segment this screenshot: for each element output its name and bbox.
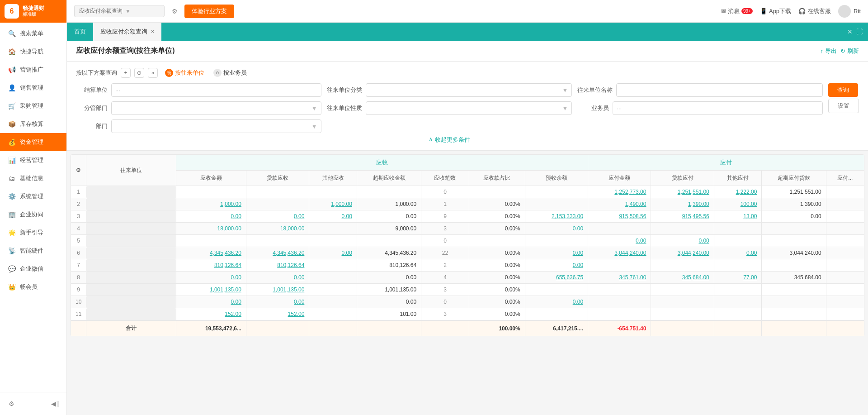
sidebar-item-quick-nav[interactable]: 🏠 快捷导航 bbox=[0, 43, 66, 61]
filter-action-buttons: 查询 设置 bbox=[828, 83, 859, 113]
partner-nature-input[interactable]: ▼ bbox=[366, 101, 572, 115]
department-input[interactable]: ▼ bbox=[111, 119, 321, 133]
scheme-by-salesman[interactable]: ⊙ 按业务员 bbox=[210, 67, 250, 79]
table-cell[interactable]: 810,126.64 bbox=[246, 259, 309, 272]
online-service-button[interactable]: 🎧 在线客服 bbox=[798, 7, 831, 15]
sidebar-item-hardware[interactable]: 📡 智能硬件 bbox=[0, 242, 66, 260]
filter-partner-name: 往来单位名称 bbox=[577, 83, 823, 97]
filter-add-button[interactable]: + bbox=[121, 68, 131, 78]
table-cell[interactable]: 915,495.56 bbox=[651, 210, 714, 223]
table-cell[interactable]: 915,508.56 bbox=[588, 210, 651, 223]
topbar-settings-button[interactable]: ⚙ bbox=[168, 5, 181, 18]
table-cell[interactable]: 3,044,240.00 bbox=[651, 247, 714, 259]
collapse-button[interactable]: ∧ 收起更多条件 bbox=[76, 133, 823, 147]
gear-icon: ⚙️ bbox=[7, 192, 16, 201]
table-settings-icon: ⚙ bbox=[76, 167, 81, 173]
table-cell[interactable]: 4,345,436.20 bbox=[246, 247, 309, 259]
table-cell[interactable]: 0.00 bbox=[525, 296, 588, 308]
table-cell[interactable]: 2,153,333.00 bbox=[525, 210, 588, 223]
table-cell[interactable]: 0.00 bbox=[651, 235, 714, 247]
table-cell[interactable]: 810,126.64 bbox=[176, 259, 246, 272]
table-cell[interactable]: 1,000.00 bbox=[309, 198, 357, 210]
query-button[interactable]: 查询 bbox=[828, 83, 858, 97]
sidebar-item-member[interactable]: 👑 畅会员 bbox=[0, 278, 66, 296]
table-settings-header[interactable]: ⚙ bbox=[71, 155, 86, 186]
sidebar-settings-button[interactable]: ⚙ bbox=[5, 397, 18, 410]
table-cell[interactable]: 0.00 bbox=[588, 235, 651, 247]
table-cell[interactable]: 0.00 bbox=[525, 259, 588, 272]
table-cell[interactable]: 0.00 bbox=[309, 210, 357, 223]
table-cell[interactable]: 345,684.00 bbox=[651, 272, 714, 284]
division-input[interactable]: ▼ bbox=[111, 101, 321, 115]
footer-ar-prepay[interactable]: 6,417,215.... bbox=[525, 320, 588, 336]
sidebar-item-guide[interactable]: 🌟 新手引导 bbox=[0, 224, 66, 242]
table-cell[interactable]: 152.00 bbox=[246, 308, 309, 321]
table-cell[interactable]: 0.00 bbox=[309, 247, 357, 259]
table-cell[interactable]: 0.00 bbox=[176, 210, 246, 223]
table-cell[interactable]: 13.00 bbox=[714, 210, 762, 223]
user-area[interactable]: Rit bbox=[838, 5, 861, 18]
refresh-button[interactable]: ↻ 刷新 bbox=[840, 47, 859, 55]
table-cell[interactable]: 1,390.00 bbox=[651, 198, 714, 210]
scheme-by-partner[interactable]: 畅 按往来单位 bbox=[161, 67, 208, 79]
sidebar-item-enterprise[interactable]: 🏢 企业协同 bbox=[0, 205, 66, 224]
table-cell[interactable]: 0.00 bbox=[714, 247, 762, 259]
tab-home[interactable]: 首页 bbox=[67, 23, 93, 41]
setting-button[interactable]: 设置 bbox=[828, 99, 859, 113]
filter-collapse-scheme-button[interactable]: « bbox=[148, 68, 158, 78]
sidebar-item-sales[interactable]: 👤 销售管理 bbox=[0, 79, 66, 97]
sidebar-item-wechat[interactable]: 💬 企业微信 bbox=[0, 260, 66, 278]
table-cell[interactable]: 1,251,551.00 bbox=[651, 186, 714, 198]
tab-ar-ap[interactable]: 应收应付余额查询 × bbox=[93, 23, 161, 41]
app-download-button[interactable]: 📱 App下载 bbox=[760, 7, 791, 15]
sidebar-item-marketing[interactable]: 📢 营销推广 bbox=[0, 61, 66, 79]
table-cell[interactable]: 77.00 bbox=[714, 272, 762, 284]
table-cell[interactable]: 1,001,135.00 bbox=[176, 284, 246, 296]
table-wrapper[interactable]: ⚙ 往来单位 应收 应付 应收金额 贷款应收 其他应收 超期应收金额 bbox=[71, 154, 864, 336]
table-cell[interactable]: 100.00 bbox=[714, 198, 762, 210]
export-button[interactable]: ↑ 导出 bbox=[821, 47, 837, 55]
table-cell[interactable]: 0.00 bbox=[525, 247, 588, 259]
sidebar-item-base-info[interactable]: 🗂 基础信息 bbox=[0, 169, 66, 187]
sidebar-item-operations[interactable]: 📊 经营管理 bbox=[0, 151, 66, 169]
partner-category-input[interactable]: ▼ bbox=[366, 83, 572, 97]
salesman-input[interactable]: ··· bbox=[613, 101, 823, 115]
table-cell[interactable]: 655,636.75 bbox=[525, 272, 588, 284]
sidebar-item-search[interactable]: 🔍 搜索菜单 bbox=[0, 24, 66, 43]
footer-ar-amount[interactable]: 19,553,472,6... bbox=[176, 320, 246, 336]
maximize-window-button[interactable]: ⛶ bbox=[856, 28, 863, 35]
table-cell[interactable]: 1,490.00 bbox=[588, 198, 651, 210]
table-cell[interactable]: 345,761.00 bbox=[588, 272, 651, 284]
ar-overdue-header: 超期应收金额 bbox=[357, 171, 421, 186]
table-cell[interactable]: 3,044,240.00 bbox=[588, 247, 651, 259]
table-cell[interactable]: 4,345,436.20 bbox=[176, 247, 246, 259]
table-cell bbox=[826, 259, 864, 272]
message-button[interactable]: ✉ 消息 99+ bbox=[721, 7, 753, 15]
table-cell bbox=[86, 186, 176, 198]
table-cell[interactable]: 0.00 bbox=[246, 272, 309, 284]
sidebar-item-system[interactable]: ⚙️ 系统管理 bbox=[0, 187, 66, 205]
table-cell[interactable]: 1,222.00 bbox=[714, 186, 762, 198]
table-cell[interactable]: 0.00 bbox=[176, 272, 246, 284]
close-window-button[interactable]: ✕ bbox=[847, 28, 853, 35]
partner-name-input[interactable] bbox=[616, 83, 823, 97]
table-cell[interactable]: 0.00 bbox=[176, 296, 246, 308]
settlement-unit-input[interactable]: ··· bbox=[111, 83, 321, 97]
sidebar-collapse-button[interactable]: ◀‖ bbox=[48, 397, 62, 410]
filter-settings-button[interactable]: ⊙ bbox=[134, 68, 144, 78]
table-cell[interactable]: 0.00 bbox=[246, 296, 309, 308]
table-cell[interactable]: 152.00 bbox=[176, 308, 246, 321]
table-cell[interactable]: 1,000.00 bbox=[176, 198, 246, 210]
table-cell[interactable]: 1,252,773.00 bbox=[588, 186, 651, 198]
sidebar-item-purchase[interactable]: 🛒 采购管理 bbox=[0, 97, 66, 115]
table-cell[interactable]: 18,000.00 bbox=[246, 223, 309, 235]
table-cell: 0.00 bbox=[357, 210, 421, 223]
table-cell[interactable]: 1,001,135.00 bbox=[246, 284, 309, 296]
table-cell[interactable]: 18,000.00 bbox=[176, 223, 246, 235]
sidebar-item-finance[interactable]: 💰 资金管理 bbox=[0, 133, 66, 151]
industry-solution-button[interactable]: 体验行业方案 bbox=[184, 5, 234, 18]
table-cell[interactable]: 0.00 bbox=[525, 223, 588, 235]
table-cell[interactable]: 0.00 bbox=[246, 210, 309, 223]
sidebar-item-inventory[interactable]: 📦 库存核算 bbox=[0, 115, 66, 133]
tab-close-button[interactable]: × bbox=[151, 29, 154, 35]
